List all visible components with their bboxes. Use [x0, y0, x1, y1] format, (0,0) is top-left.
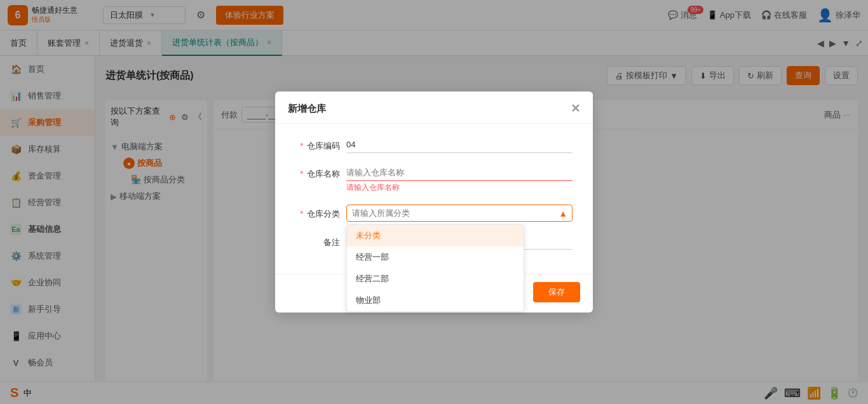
- dropdown-item-2[interactable]: 经营二部: [347, 268, 524, 290]
- save-button[interactable]: 保存: [533, 282, 580, 302]
- modal-close-icon[interactable]: ✕: [571, 102, 580, 116]
- name-field-row: * 仓库名称 请输入仓库名称: [295, 165, 573, 193]
- dropdown-item-0[interactable]: 未分类: [347, 225, 524, 246]
- code-label: * 仓库编码: [295, 137, 346, 152]
- dropdown-item-3[interactable]: 物业部: [347, 290, 524, 311]
- code-field-row: * 仓库编码: [295, 137, 573, 153]
- category-input-wrapper: ▲ 未分类 经营一部 经营二部 物业部: [346, 205, 573, 222]
- dropdown-item-1[interactable]: 经营一部: [347, 246, 524, 268]
- category-dropdown: 未分类 经营一部 经营二部 物业部: [346, 224, 524, 312]
- name-label: * 仓库名称: [295, 165, 346, 180]
- note-label: 备注: [295, 233, 346, 248]
- category-input[interactable]: [346, 205, 573, 222]
- code-input[interactable]: [346, 137, 573, 153]
- modal-body: * 仓库编码 * 仓库名称 请输入仓库名称 * 仓库分类: [275, 124, 593, 274]
- new-warehouse-modal: 新增仓库 ✕ * 仓库编码 * 仓库名称 请输入仓库名称: [275, 91, 593, 313]
- category-toggle-icon[interactable]: ▲: [559, 208, 567, 219]
- modal-title: 新增仓库: [288, 103, 326, 115]
- category-label: * 仓库分类: [295, 205, 346, 220]
- modal-header: 新增仓库 ✕: [275, 91, 593, 124]
- name-input[interactable]: [346, 165, 573, 181]
- category-field-row: * 仓库分类 ▲ 未分类 经营一部 经营二部 物业部: [295, 205, 573, 222]
- name-error-msg: 请输入仓库名称: [346, 182, 573, 193]
